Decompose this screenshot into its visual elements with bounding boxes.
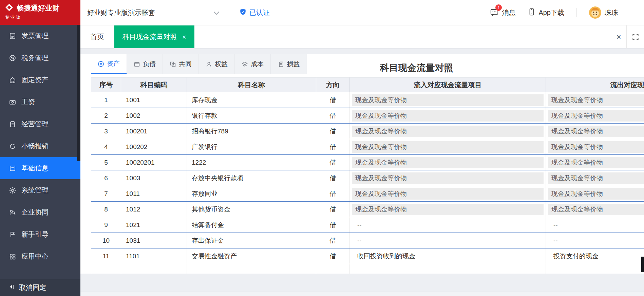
certified-label: 已认证 [249, 8, 270, 17]
outflow-field[interactable]: 现金及现金等价物 [548, 126, 644, 137]
category-tab-assets[interactable]: 资产 [91, 54, 127, 74]
cell-direction: 借 [316, 92, 350, 108]
cell-code: 100202 [121, 139, 187, 155]
sidebar-item-fixed-assets[interactable]: 固定资产 [0, 69, 80, 91]
category-tab-cost[interactable]: 成本 [235, 54, 271, 74]
user-menu[interactable]: 珠珠 [589, 6, 618, 19]
tab-home-label: 首页 [91, 32, 104, 41]
content-panel: 资产 负债 共同 权益 成本 [80, 54, 644, 274]
vertical-scrollbar[interactable] [641, 257, 644, 272]
sidebar-item-operations[interactable]: 经营管理 [0, 113, 80, 135]
table-row[interactable]: 4 100202 广发银行 借 现金及现金等价物 现金及现金等价物 [91, 139, 644, 155]
table-row[interactable]: 3 100201 招商银行789 借 现金及现金等价物 现金及现金等价物 [91, 124, 644, 139]
category-tab-liabilities[interactable]: 负债 [127, 54, 163, 74]
category-tab-profit-loss[interactable]: 损益 [271, 54, 307, 74]
category-tab-equity[interactable]: 权益 [199, 54, 235, 74]
category-tab-label: 负债 [143, 60, 156, 69]
outflow-value: -- [551, 221, 644, 229]
messages-button[interactable]: 1 消息 [490, 8, 515, 17]
sidebar-item-salary[interactable]: 工资 [0, 91, 80, 113]
table-row[interactable]: 6 1003 存放中央银行款项 借 现金及现金等价物 现金及现金等价物 [91, 170, 644, 186]
cell-direction: 借 [316, 202, 350, 217]
app-download-label: App下载 [538, 8, 564, 17]
close-tabs-button[interactable]: × [611, 25, 626, 48]
sidebar-item-label: 税务管理 [21, 53, 49, 62]
sidebar-item-label: 固定资产 [21, 75, 49, 85]
unpin-button[interactable]: 取消固定 [0, 279, 80, 296]
sidebar-item-app-center[interactable]: 应用中心 [0, 245, 80, 267]
table-row[interactable]: 7 1011 存放同业 借 现金及现金等价物 现金及现金等价物 [91, 186, 644, 202]
table-row[interactable]: 9 1021 结算备付金 借 -- -- [91, 217, 644, 233]
inflow-field[interactable]: 现金及现金等价物 [352, 157, 544, 168]
table-row[interactable]: 5 10020201 1222 借 现金及现金等价物 现金及现金等价物 [91, 155, 644, 170]
table-row[interactable]: 11 1101 交易性金融资产 借 收回投资收到的现金 投资支付的现金 [91, 248, 644, 264]
tab-subject-cashflow[interactable]: 科目现金流量对照 × [114, 25, 194, 48]
inflow-field[interactable]: 现金及现金等价物 [352, 110, 544, 122]
sidebar-item-reimburse[interactable]: 小畅报销 [0, 135, 80, 157]
inflow-value: 收回投资收到的现金 [355, 252, 541, 261]
cell-code: 1031 [121, 233, 187, 248]
sidebar-scrollbar[interactable] [77, 25, 80, 161]
table-row[interactable]: 1 1001 库存现金 借 现金及现金等价物 现金及现金等价物 [91, 92, 644, 108]
table-row[interactable]: 8 1012 其他货币资金 借 现金及现金等价物 现金及现金等价物 [91, 202, 644, 217]
cell-direction: 借 [316, 170, 350, 186]
cell-code: 1002 [121, 108, 187, 124]
cell-name: 1222 [187, 155, 316, 170]
outflow-field[interactable]: 现金及现金等价物 [548, 172, 644, 184]
sidebar-item-tax[interactable]: 税务管理 [0, 47, 80, 69]
gear-icon [9, 187, 16, 194]
sidebar-item-collaboration[interactable]: 企业协同 [0, 201, 80, 223]
collapse-icon [8, 283, 15, 292]
table-row[interactable]: 2 1002 银行存款 借 现金及现金等价物 现金及现金等价物 [91, 108, 644, 124]
tabbar-actions: × [611, 25, 644, 48]
outflow-field[interactable]: 现金及现金等价物 [548, 141, 644, 153]
flag-icon [9, 231, 16, 238]
cell-name: 广发银行 [187, 139, 316, 155]
cell-inflow: -- [350, 217, 546, 233]
cell-code: 100201 [121, 124, 187, 139]
outflow-field[interactable]: 现金及现金等价物 [548, 94, 644, 106]
cell-inflow: 现金及现金等价物 [350, 186, 546, 202]
inflow-field[interactable]: 现金及现金等价物 [352, 204, 544, 215]
outflow-field[interactable]: 现金及现金等价物 [548, 110, 644, 122]
app-download-button[interactable]: App下载 [528, 8, 564, 18]
cell-code: 1001 [121, 92, 187, 108]
mapping-table: 序号 科目编码 科目名称 方向 流入对应现金流量项目 流出对应现金流量项目 1 … [91, 77, 644, 274]
category-tab-common[interactable]: 共同 [163, 54, 199, 74]
sidebar-item-basic-info[interactable]: 基础信息 [0, 157, 80, 179]
cell-no: 5 [91, 155, 121, 170]
phone-icon [528, 8, 536, 18]
inflow-field[interactable]: 现金及现金等价物 [352, 126, 544, 137]
inflow-field[interactable]: 现金及现金等价物 [352, 188, 544, 200]
tab-home[interactable]: 首页 [80, 25, 114, 48]
horizontal-scrollbar[interactable] [80, 292, 644, 296]
cell-direction: 借 [316, 233, 350, 248]
table-row[interactable]: 10 1031 存出保证金 借 -- -- [91, 233, 644, 248]
outflow-field[interactable]: 现金及现金等价物 [548, 204, 644, 215]
cell-name: 库存现金 [187, 92, 316, 108]
sidebar-item-guide[interactable]: 新手引导 [0, 223, 80, 245]
inflow-field[interactable]: 现金及现金等价物 [352, 172, 544, 184]
cell-no: 2 [91, 108, 121, 124]
person-icon [206, 61, 212, 68]
sidebar-item-system[interactable]: 系统管理 [0, 179, 80, 201]
cell-inflow: 现金及现金等价物 [350, 124, 546, 139]
cell-no: 4 [91, 139, 121, 155]
cell-code: 1101 [121, 248, 187, 264]
cell-name: 招商银行789 [187, 124, 316, 139]
outflow-field[interactable]: 现金及现金等价物 [548, 157, 644, 168]
inflow-field[interactable]: 现金及现金等价物 [352, 94, 544, 106]
sidebar-item-invoice[interactable]: 发票管理 [0, 25, 80, 47]
category-tab-label: 损益 [287, 60, 300, 69]
fullscreen-button[interactable] [626, 25, 644, 48]
outflow-value: 投资支付的现金 [551, 252, 644, 261]
inflow-field[interactable]: 现金及现金等价物 [352, 141, 544, 153]
account-select[interactable]: 好业财专业版演示帐套 [87, 8, 220, 17]
category-tabs: 资产 负债 共同 权益 成本 [91, 54, 307, 74]
tab-bar: 首页 科目现金流量对照 × × [80, 25, 644, 49]
cell-inflow: 现金及现金等价物 [350, 202, 546, 217]
cell-outflow: 现金及现金等价物 [546, 139, 644, 155]
tab-close-icon[interactable]: × [182, 34, 186, 40]
category-tab-label: 资产 [107, 59, 120, 68]
outflow-field[interactable]: 现金及现金等价物 [548, 188, 644, 200]
